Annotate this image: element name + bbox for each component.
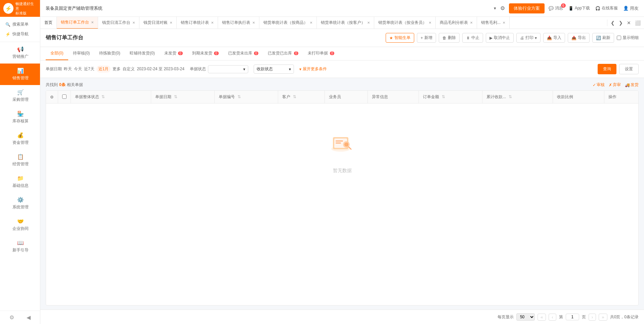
subtab-wangpu-pending[interactable]: 旺铺待发货(0) (125, 47, 160, 60)
tab-close-reconciliation[interactable]: ✕ (170, 21, 172, 25)
industry-solution-button[interactable]: 体验行业方案 (509, 3, 545, 13)
add-button[interactable]: + 新增 (417, 33, 436, 43)
tab-close-margin-analysis[interactable]: ✕ (470, 21, 473, 25)
tab-home[interactable]: 首页 (40, 17, 57, 29)
sidebar-search-item[interactable]: 🔍 搜索菜单 (3, 19, 37, 29)
table-area: 共找到 0条 相关单据 ✓ 审核 ✗ 弃审 🚚 发货 (40, 78, 644, 310)
show-detail-checkbox[interactable] (617, 36, 621, 40)
tabbar-close-all-btn[interactable]: ✕ (626, 19, 632, 26)
filter-date-today[interactable]: 今天 (74, 66, 82, 72)
tab-close-staff-stat[interactable]: ✕ (429, 21, 431, 25)
sidebar-item-basic[interactable]: 📁 基础信息 (0, 171, 40, 193)
topbar-settings-icon[interactable]: ⚙ (500, 5, 505, 11)
sidebar-item-purchase[interactable]: 🛒 采购管理 (0, 85, 40, 107)
sidebar-item-finance[interactable]: 💰 资金管理 (0, 128, 40, 150)
tab-sales-margin[interactable]: 销售毛利... ✕ (477, 17, 510, 29)
filter-date-custom[interactable]: 自定义 (123, 66, 135, 72)
page-input[interactable] (566, 314, 579, 320)
tab-close-sales-stat[interactable]: ✕ (211, 21, 214, 25)
filter-payment-select[interactable]: 收款状态 ▾ (254, 65, 294, 74)
subtab-shipped-not-out[interactable]: 已发货未出库 0 (223, 47, 263, 60)
prev-page-btn[interactable]: ‹ (549, 314, 556, 321)
topbar-service-item[interactable]: 🎧 在线客服 (595, 5, 618, 11)
tabbar-next-btn[interactable]: ❯ (617, 19, 624, 26)
last-page-btn[interactable]: » (599, 314, 607, 321)
subtab-not-shipped[interactable]: 未发货 0 (160, 47, 187, 60)
delete-button[interactable]: 🗑 删除 (439, 33, 460, 43)
export-button[interactable]: 📤 导出 (568, 33, 590, 43)
filter-status-select[interactable]: ▾ (208, 65, 248, 73)
import-button[interactable]: 📥 导入 (543, 33, 565, 43)
star-icon: ★ (389, 36, 393, 40)
tab-margin-analysis[interactable]: 商品毛利分析表 ✕ (436, 17, 477, 29)
show-detail-checkbox-label[interactable]: 显示明细 (617, 35, 639, 41)
sort-customer-icon[interactable]: ⇅ (293, 94, 296, 99)
filter-date-7days[interactable]: 近7天 (84, 66, 94, 72)
unpause-button[interactable]: ▶ 取消中止 (486, 33, 514, 43)
tab-sales-stat[interactable]: 销售订单统计表 ✕ (177, 17, 218, 29)
tab-customer-stat[interactable]: 销货单统计表（按客户） ✕ (317, 17, 374, 29)
subtab-pending-review[interactable]: 待审核(0) (68, 47, 95, 60)
tab-close-sales-workbench[interactable]: ✕ (91, 21, 94, 24)
sidebar-quicknav-item[interactable]: ⚡ 快捷导航 (3, 29, 37, 39)
ship-action[interactable]: 🚚 发货 (625, 82, 639, 88)
subtab-overdue-not-shipped[interactable]: 到期未发货 0 (187, 47, 223, 60)
topbar-user[interactable]: 👤 用友 (623, 5, 639, 11)
check-icon: ✓ (593, 83, 596, 87)
sidebar-item-operation[interactable]: 📋 经营管理 (0, 150, 40, 171)
tab-close-sales-margin[interactable]: ✕ (503, 21, 505, 25)
sort-date-icon[interactable]: ⇅ (174, 94, 177, 99)
tab-daily-cash[interactable]: 钱货日清工作台 ✕ (98, 17, 139, 29)
topbar-message-item[interactable]: 💬 消息 6 (549, 5, 563, 11)
sort-received-icon[interactable]: ⇅ (509, 94, 512, 99)
pause-button[interactable]: ⏸ 中止 (462, 33, 483, 43)
tab-sales-workbench[interactable]: 销售订单工作台 ✕ (57, 17, 98, 29)
refresh-button[interactable]: 🔄 刷新 (592, 33, 614, 43)
sort-status-icon[interactable]: ⇅ (101, 94, 105, 99)
subtab-shipped-out[interactable]: 已发货已出库 0 (263, 47, 303, 60)
next-page-btn[interactable]: › (589, 314, 596, 321)
sidebar-item-enterprise[interactable]: 🤝 企业协同 (0, 214, 40, 236)
main-area: 装备及固定资产辅助管理系统 ▾ ⚙ 体验行业方案 💬 消息 6 📱 App下载 … (40, 0, 644, 324)
tab-sales-exec[interactable]: 销售订单执行表 ✕ (218, 17, 259, 29)
tab-staff-stat[interactable]: 销货单统计表（按业务员） ✕ (374, 17, 436, 29)
subtab-pending-check[interactable]: 待拣验货(0) (94, 47, 125, 60)
subtab-all[interactable]: 全部(0) (46, 47, 68, 60)
sidebar-item-marketing[interactable]: 📢 营销推广 (0, 42, 40, 64)
sidebar-item-system[interactable]: ⚙️ 系统管理 (0, 193, 40, 214)
tab-close-customer-stat[interactable]: ✕ (367, 21, 370, 25)
sidebar-collapse-btn[interactable]: ◀ (27, 314, 31, 321)
sidebar-settings-btn[interactable]: ⚙ (9, 314, 14, 321)
smart-generate-button[interactable]: ★ 智能生单 (386, 33, 414, 43)
sidebar-item-sales[interactable]: 📊 销售管理 (0, 64, 40, 85)
tab-reconciliation[interactable]: 钱货日清对账 ✕ (139, 17, 177, 29)
th-settings[interactable]: ⚙ (46, 91, 58, 104)
tabbar-maximize-btn[interactable]: ⬜ (634, 19, 642, 26)
topbar-app-item[interactable]: 📱 App下载 (568, 5, 590, 11)
filter-date-1month[interactable]: 近1月 (96, 66, 111, 73)
th-checkbox[interactable] (58, 91, 71, 104)
tab-goods-stat[interactable]: 销货单统计表（按商品） ✕ (259, 17, 317, 29)
sort-amount-icon[interactable]: ⇅ (442, 94, 445, 99)
filter-expand-btn[interactable]: ▾ 展开更多条件 (299, 66, 327, 72)
filter-date-more[interactable]: 更多 (113, 66, 121, 72)
tab-close-goods-stat[interactable]: ✕ (310, 21, 312, 25)
subtab-not-printed[interactable]: 未打印单据 0 (303, 47, 339, 60)
per-page-select[interactable]: 50 20 100 (516, 313, 535, 321)
tab-close-sales-exec[interactable]: ✕ (252, 21, 255, 25)
sort-number-icon[interactable]: ⇅ (238, 94, 241, 99)
print-button[interactable]: 🖨 打印 ▾ (516, 33, 541, 43)
query-button[interactable]: 查询 (598, 64, 616, 74)
select-all-checkbox[interactable] (62, 94, 67, 99)
tabbar-prev-btn[interactable]: ❮ (609, 19, 616, 26)
review-action[interactable]: ✓ 审核 (593, 82, 605, 88)
th-ratio: 收款比例 (553, 91, 604, 104)
setting-button[interactable]: 设置 (619, 64, 639, 74)
unreview-action[interactable]: ✗ 弃审 (609, 82, 621, 88)
sidebar-item-guide[interactable]: 📖 新手引导 (0, 236, 40, 257)
topbar-dropdown[interactable]: ▾ (494, 6, 496, 11)
tab-close-daily-cash[interactable]: ✕ (132, 21, 135, 25)
sidebar-item-inventory[interactable]: 🏪 库存核算 (0, 107, 40, 128)
first-page-btn[interactable]: « (538, 314, 546, 321)
filter-date-yesterday[interactable]: 昨天 (64, 66, 72, 72)
